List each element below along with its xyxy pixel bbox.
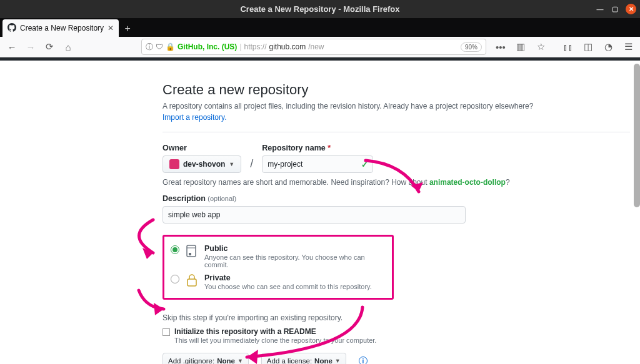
divider: [162, 132, 630, 132]
forward-button[interactable]: →: [22, 39, 39, 55]
bookmark-star-icon[interactable]: ☆: [532, 39, 549, 55]
home-button[interactable]: ⌂: [60, 39, 76, 55]
close-window-button[interactable]: ✕: [626, 4, 636, 14]
url-scheme: https://: [244, 42, 266, 51]
description-label: Description (optional): [162, 194, 630, 203]
skip-import-hint: Skip this step if you're importing an ex…: [162, 313, 630, 322]
caret-down-icon: ▼: [335, 358, 341, 364]
owner-avatar: [169, 159, 179, 169]
vertical-scrollbar[interactable]: [634, 64, 640, 207]
page-viewport: Create a new repository A repository con…: [0, 57, 640, 364]
svg-rect-2: [189, 253, 191, 255]
description-input[interactable]: [162, 206, 466, 224]
tab-strip: Create a New Repository ✕ +: [0, 18, 640, 37]
shield-info-icon[interactable]: ⓘ: [146, 42, 153, 52]
license-select[interactable]: Add a license: None ▼: [261, 353, 346, 364]
visibility-private-option[interactable]: Private You choose who can see and commi…: [171, 271, 386, 293]
license-info-icon[interactable]: i: [359, 357, 368, 364]
sidebar-icon[interactable]: ◫: [580, 39, 596, 55]
tab-title: Create a New Repository: [20, 24, 104, 32]
owner-label: Owner: [162, 144, 241, 152]
site-identity: GitHub, Inc. (US): [178, 42, 237, 51]
repo-name-label: Repository name *: [262, 144, 373, 152]
zoom-badge[interactable]: 90%: [461, 42, 482, 52]
tab-favicon: [8, 23, 16, 34]
svg-rect-3: [188, 279, 196, 286]
account-icon[interactable]: ◔: [600, 39, 616, 55]
back-button[interactable]: ←: [4, 39, 20, 55]
hamburger-menu-icon[interactable]: ☰: [620, 39, 636, 55]
new-tab-button[interactable]: +: [119, 21, 136, 37]
reader-icon[interactable]: ▥: [512, 39, 529, 55]
nav-toolbar: ← → ⟳ ⌂ ⓘ 🛡 🔒 GitHub, Inc. (US) | https:…: [0, 37, 640, 57]
visibility-group: Public Anyone can see this repository. Y…: [162, 235, 394, 300]
readme-desc: This will let you immediately clone the …: [174, 337, 376, 344]
window-titlebar: Create a New Repository - Mozilla Firefo…: [0, 0, 640, 18]
url-bar[interactable]: ⓘ 🛡 🔒 GitHub, Inc. (US) | https://github…: [141, 39, 486, 55]
slash-separator: /: [250, 144, 253, 170]
browser-tab-active[interactable]: Create a New Repository ✕: [2, 19, 119, 37]
readme-label: Initialize this repository with a README: [174, 327, 376, 336]
visibility-public-option[interactable]: Public Anyone can see this repository. Y…: [171, 242, 386, 271]
library-icon[interactable]: ⫿⫿: [560, 39, 576, 55]
public-radio[interactable]: [171, 245, 179, 254]
readme-option[interactable]: Initialize this repository with a README…: [162, 327, 630, 344]
reload-button[interactable]: ⟳: [41, 39, 58, 55]
caret-down-icon: ▼: [229, 161, 234, 167]
create-repo-form: Create a new repository A repository con…: [162, 61, 630, 364]
minimize-button[interactable]: —: [596, 5, 604, 14]
check-icon: ✓: [361, 160, 368, 169]
page-actions-icon[interactable]: •••: [492, 39, 509, 55]
private-name: Private: [204, 273, 372, 282]
page-subtext: A repository contains all project files,…: [162, 101, 630, 123]
repo-public-icon: [184, 244, 199, 258]
window-title: Create a New Repository - Mozilla Firefo…: [240, 4, 399, 14]
page-heading: Create a new repository: [162, 82, 630, 98]
public-desc: Anyone can see this repository. You choo…: [204, 253, 386, 268]
repo-name-input[interactable]: [262, 155, 373, 173]
url-path: /new: [308, 42, 324, 51]
suggestion-link[interactable]: animated-octo-dollop: [429, 178, 506, 187]
gitignore-select[interactable]: Add .gitignore: None ▼: [162, 353, 249, 364]
private-radio[interactable]: [171, 275, 179, 283]
owner-value: dev-shovon: [183, 160, 225, 169]
caret-down-icon: ▼: [238, 358, 243, 364]
name-hint: Great repository names are short and mem…: [162, 178, 630, 187]
tracking-icon[interactable]: 🛡: [156, 42, 163, 51]
svg-marker-5: [142, 248, 153, 259]
url-host: github.com: [269, 42, 306, 51]
import-repository-link[interactable]: Import a repository.: [162, 113, 226, 122]
owner-select[interactable]: dev-shovon ▼: [162, 155, 241, 173]
maximize-button[interactable]: ▢: [611, 5, 619, 14]
close-tab-icon[interactable]: ✕: [108, 24, 114, 32]
repo-private-icon: [184, 273, 199, 287]
private-desc: You choose who can see and commit to thi…: [204, 283, 372, 290]
lock-icon[interactable]: 🔒: [166, 42, 175, 51]
readme-checkbox[interactable]: [162, 328, 170, 336]
public-name: Public: [204, 244, 386, 253]
